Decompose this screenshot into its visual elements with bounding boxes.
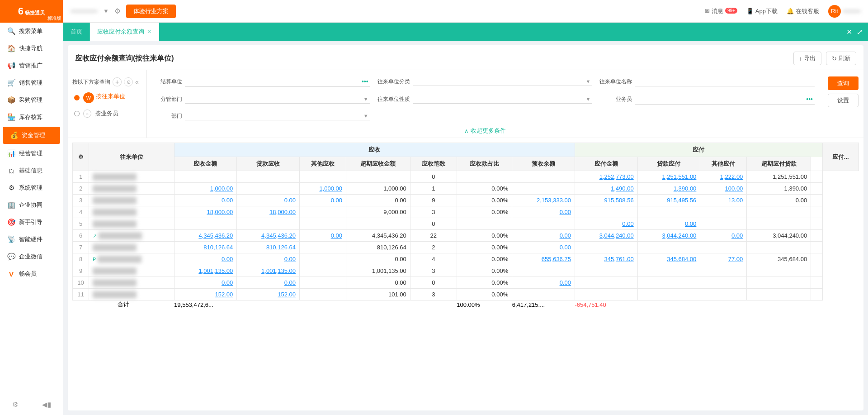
row-other-payable[interactable]: 100.00 [700,183,747,195]
row-loan-payable[interactable]: 345,684.00 [637,253,700,265]
row-payable-amount[interactable]: 1,490.00 [575,183,637,195]
sidebar-item-guide[interactable]: 🎯 新手引导 [0,214,63,231]
collapse-scheme-icon[interactable]: « [135,78,139,86]
query-button[interactable]: 查询 [828,76,859,90]
row-other-payable[interactable]: 77.00 [700,253,747,265]
row-loan-receivable[interactable]: 810,126.64 [237,242,300,253]
row-receivable-amount[interactable]: 0.00 [174,195,237,206]
row-receivable-amount[interactable]: 0.00 [174,253,237,265]
tab-close-icon[interactable]: ✕ [147,29,151,35]
row-overdue-payable: 1,251,551.00 [747,171,811,183]
sidebar-item-member[interactable]: V 畅会员 [0,265,63,282]
sidebar-settings-button[interactable]: ⚙ [9,398,21,411]
sidebar-item-search[interactable]: 🔍 搜索菜单 [0,23,63,40]
fenguan-select[interactable]: ▼ [185,95,370,104]
bumen-select[interactable]: ▼ [185,112,370,120]
row-loan-payable[interactable]: 1,390.00 [637,183,700,195]
total-receivable-amount[interactable]: 19,553,472,6... [174,301,237,309]
refresh-button[interactable]: ↻ 刷新 [826,52,856,65]
home-icon: 🏠 [7,44,15,52]
row-other-payable[interactable]: 0.00 [700,230,747,242]
app-download-button[interactable]: 📱 App下载 [746,7,778,15]
row-other-payable [700,242,747,253]
row-prepay-balance[interactable]: 0.00 [512,206,575,218]
row-prepay-balance[interactable]: 655,636.75 [512,253,575,265]
sidebar-item-quicknav[interactable]: 🏠 快捷导航 [0,40,63,57]
edit-scheme-button[interactable]: ⊙ [124,77,133,86]
dropdown-arrow[interactable]: ▼ [103,8,109,14]
col-other-receivable: 其他应收 [299,157,346,171]
tab-close-all-icon[interactable]: ✕ [846,28,852,36]
wanglai-name-input[interactable] [635,77,815,86]
sidebar-item-inventory[interactable]: 🏪 库存核算 [0,109,63,126]
row-loan-receivable[interactable]: 18,000.00 [237,206,300,218]
collapse-more-button[interactable]: ∧ 收起更多条件 [147,124,823,138]
add-scheme-button[interactable]: + [113,77,122,86]
sidebar-item-purchase[interactable]: 📦 采购管理 [0,91,63,109]
row-unit: P [89,253,175,265]
row-payable-amount[interactable]: 915,508.56 [575,195,637,206]
row-receivable-amount[interactable]: 810,126.64 [174,242,237,253]
tab-expand-icon[interactable]: ⤢ [857,28,863,36]
sidebar-item-sales[interactable]: 🛒 销售管理 [0,74,63,91]
header-settings-icon[interactable]: ⚙ [114,7,121,15]
jiesuan-dots-icon[interactable]: ••• [362,78,368,85]
row-prepay-balance[interactable]: 2,153,333.00 [512,195,575,206]
row-payable-amount [575,242,637,253]
row-receivable-amount[interactable]: 18,000.00 [174,206,237,218]
sidebar-item-wechat[interactable]: 💬 企业微信 [0,248,63,265]
row-prepay-balance[interactable]: 0.00 [512,242,575,253]
row-receivable-amount[interactable]: 1,001,135.00 [174,265,237,277]
row-receivable-amount[interactable]: 0.00 [174,277,237,289]
sidebar-collapse-button[interactable]: ◀▮ [39,398,54,411]
export-button[interactable]: ↑ 导出 [793,52,822,65]
row-loan-receivable[interactable]: 0.00 [237,253,300,265]
row-prepay-balance[interactable]: 0.00 [512,277,575,289]
total-prepay-balance[interactable]: 6,417,215.... [512,301,575,309]
row-loan-payable[interactable]: 915,495.56 [637,195,700,206]
sidebar-item-finance[interactable]: 💰 资金管理 [3,127,60,144]
row-receivable-amount[interactable]: 1,000.00 [174,183,237,195]
row-prepay-balance[interactable]: 0.00 [512,230,575,242]
sidebar-item-marketing[interactable]: 📢 营销推广 [0,57,63,74]
row-loan-payable[interactable]: 1,251,551.00 [637,171,700,183]
row-other-receivable[interactable]: 0.00 [299,230,346,242]
wanglai-nature-select[interactable]: ▼ [413,95,593,104]
wanglai-type-select[interactable]: ▼ [413,77,593,86]
row-loan-payable[interactable]: 3,044,240.00 [637,230,700,242]
settings-col-header[interactable]: ⚙ [73,143,89,171]
row-payable-amount[interactable]: 1,252,773.00 [575,171,637,183]
row-other-payable[interactable]: 1,222.00 [700,171,747,183]
row-loan-receivable[interactable]: 0.00 [237,195,300,206]
row-loan-receivable[interactable]: 152.00 [237,289,300,301]
scheme-item-by-unit[interactable]: W 按往来单位 [68,89,146,106]
tab-home[interactable]: 首页 [63,23,90,41]
sidebar-item-basic[interactable]: 🗂 基础信息 [0,162,63,179]
row-payable-amount[interactable]: 345,761.00 [575,253,637,265]
online-service-button[interactable]: 🔔 在线客服 [787,7,819,15]
settings-button[interactable]: 设置 [828,94,859,107]
yeWuYuan-input[interactable]: ••• [635,94,815,105]
row-receivable-amount[interactable]: 152.00 [174,289,237,301]
tab-query[interactable]: 应收应付余额查询 ✕ [90,23,159,41]
row-other-receivable[interactable]: 1,000.00 [299,183,346,195]
row-payable-amount[interactable]: 0.00 [575,218,637,230]
sidebar-item-enterprise[interactable]: 🏢 企业协同 [0,196,63,214]
sidebar-item-operation[interactable]: 📊 经营管理 [0,145,63,162]
row-loan-receivable[interactable]: 1,001,135.00 [237,265,300,277]
row-other-receivable[interactable]: 0.00 [299,195,346,206]
row-loan-receivable[interactable]: 4,345,436.20 [237,230,300,242]
user-menu[interactable]: Rit [828,5,861,18]
row-other-payable[interactable]: 13.00 [700,195,747,206]
row-unit [89,289,175,301]
row-payable-amount[interactable]: 3,044,240.00 [575,230,637,242]
sidebar-item-system[interactable]: ⚙ 系统管理 [0,179,63,196]
jiesuan-input[interactable]: ••• [185,76,370,87]
row-loan-receivable[interactable]: 0.00 [237,277,300,289]
notification-button[interactable]: ✉ 消息 99+ [705,7,737,15]
row-loan-payable[interactable]: 0.00 [637,218,700,230]
sidebar-item-hardware[interactable]: 📡 智能硬件 [0,231,63,248]
promo-button[interactable]: 体验行业方案 [126,5,176,18]
row-receivable-amount[interactable]: 4,345,436.20 [174,230,237,242]
scheme-item-by-salesman[interactable]: ○ 按业务员 [68,106,146,121]
